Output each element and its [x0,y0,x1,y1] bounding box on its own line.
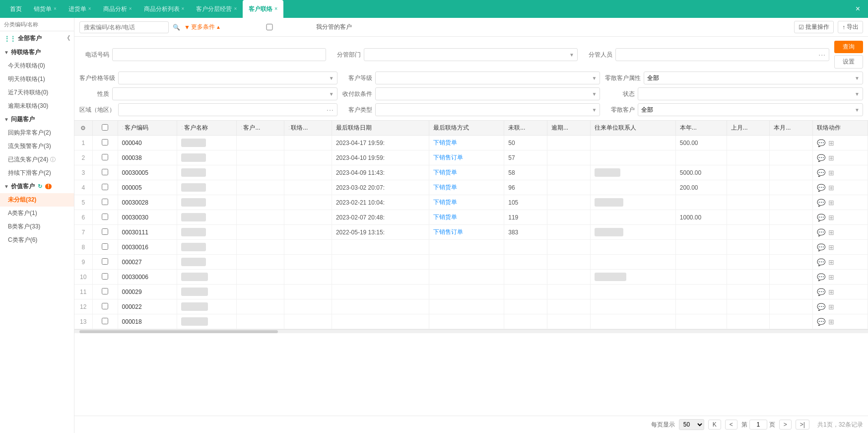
chat-icon[interactable]: 💬 [817,184,825,192]
grid-icon[interactable]: ⊞ [828,228,834,236]
row-checkbox[interactable] [102,154,108,160]
th-no-contact[interactable]: 未联... [504,121,547,136]
sidebar-item-today-pending[interactable]: 今天待联络(0) [0,59,74,72]
phone-input[interactable] [112,48,326,61]
chat-icon[interactable]: 💬 [817,228,825,236]
grid-icon[interactable]: ⊞ [828,199,834,207]
chat-icon[interactable]: 💬 [817,303,825,311]
th-name[interactable]: :客户名称 [177,121,237,136]
sidebar-search-input[interactable] [4,21,72,27]
tab-goods-analysis[interactable]: 商品分析 × [97,0,138,18]
tab-sales[interactable]: 销货单 × [28,0,63,18]
last-method-link[interactable]: 下销货单 [433,139,457,146]
customer-level-input[interactable]: ▼ [375,72,601,84]
sidebar-item-overdue-pending[interactable]: 逾期未联络(30) [0,99,74,113]
last-method-link[interactable]: 下销货单 [433,184,457,191]
chat-icon[interactable]: 💬 [817,288,825,296]
th-type[interactable]: :客户... [237,121,284,136]
row-checkbox[interactable] [102,273,108,280]
score-section-header[interactable]: ▼ 价值客户 ↻ ! [0,180,74,193]
query-button[interactable]: 查询 [834,41,863,53]
export-button[interactable]: ↑ 导出 [838,21,863,33]
settings-icon[interactable]: ⚙ [80,125,86,132]
payment-input[interactable]: ▼ [375,87,601,100]
grid-icon[interactable]: ⊞ [828,154,834,162]
grid-icon[interactable]: ⊞ [828,273,834,281]
sidebar-item-class-c[interactable]: C类客户(6) [0,233,74,247]
sidebar-collapse-icon[interactable]: 《 [64,34,70,43]
last-page-button[interactable]: >| [796,420,809,430]
close-sales-icon[interactable]: × [54,0,57,18]
my-customers-checkbox[interactable]: 我分管的客户 [225,23,352,31]
pending-section-header[interactable]: ▼ 待联络客户 [0,46,74,59]
th-contact[interactable]: :联络... [284,121,332,136]
last-method-link[interactable]: 下销货单 [433,199,457,206]
close-purchase-icon[interactable]: × [88,0,91,18]
reset-button[interactable]: 设置 [834,55,863,69]
search-input[interactable] [79,21,169,33]
th-this-year[interactable]: 本年... [675,121,727,136]
last-method-link[interactable]: 下销货单 [433,214,457,220]
nature-input[interactable]: ▼ [112,87,337,100]
th-last-month[interactable]: 上月... [727,121,770,136]
search-icon[interactable]: 🔍 [173,24,180,31]
sidebar-item-churned[interactable]: 已流失客户(24) ⓘ [0,153,74,166]
tab-customer-contact[interactable]: 客户联络 × [243,0,283,18]
staff-input[interactable]: ··· [615,48,829,61]
last-method-link[interactable]: 下销货单 [433,169,457,176]
tab-goods-analysis-list[interactable]: 商品分析列表 × [138,0,191,18]
sidebar-item-class-a[interactable]: A类客户(1) [0,207,74,220]
status-input[interactable]: ▼ [638,87,863,100]
row-checkbox[interactable] [102,243,108,250]
scrollbar-thumb[interactable] [79,330,278,333]
grid-icon[interactable]: ⊞ [828,303,834,311]
region-input[interactable]: ··· [118,103,337,116]
sidebar-item-7day-pending[interactable]: 近7天待联络(0) [0,86,74,99]
row-checkbox[interactable] [102,303,108,309]
row-checkbox[interactable] [102,169,108,175]
row-checkbox[interactable] [102,318,108,324]
row-checkbox[interactable] [102,258,108,265]
grid-icon[interactable]: ⊞ [828,214,834,221]
price-level-input[interactable]: ▼ [118,72,337,84]
th-last-contact-date[interactable]: 最后联络日期 [332,121,429,136]
chat-icon[interactable]: 💬 [817,214,825,221]
grid-icon[interactable]: ⊞ [828,258,834,266]
select-all-checkbox[interactable] [102,124,108,131]
chat-icon[interactable]: 💬 [817,273,825,281]
chat-icon[interactable]: 💬 [817,139,825,147]
window-close-button[interactable]: × [852,4,864,13]
row-checkbox[interactable] [102,184,108,190]
sidebar-item-repurchase-abnormal[interactable]: 回购异常客户(2) [0,126,74,140]
last-method-link[interactable]: 下销售订单 [433,154,463,161]
chat-icon[interactable]: 💬 [817,199,825,207]
grid-icon[interactable]: ⊞ [828,139,834,147]
th-this-month[interactable]: 本月... [770,121,813,136]
chat-icon[interactable]: 💬 [817,318,825,326]
row-checkbox[interactable] [102,214,108,220]
grid-icon[interactable]: ⊞ [828,169,834,177]
tab-purchase[interactable]: 进货单 × [63,0,97,18]
sidebar-item-class-b[interactable]: B类客户(33) [0,220,74,233]
sidebar-item-ungrouped[interactable]: 未分组(32) [0,193,74,207]
page-size-select[interactable]: 20 50 100 [679,419,704,430]
horizontal-scrollbar[interactable] [74,329,868,333]
th-overdue[interactable]: 逾期... [547,121,591,136]
retail-customer-input[interactable]: 全部 ▼ [638,103,863,116]
grid-icon[interactable]: ⊞ [828,184,834,192]
batch-operation-button[interactable]: ☑ 批量操作 [794,21,834,33]
row-checkbox[interactable] [102,288,108,294]
chat-icon[interactable]: 💬 [817,258,825,266]
chat-icon[interactable]: 💬 [817,243,825,251]
prev-page-button[interactable]: < [725,420,737,430]
problem-section-header[interactable]: ▼ 问题客户 [0,113,74,126]
th-unit-contact[interactable]: 往来单位联系人 [590,121,675,136]
grid-icon[interactable]: ⊞ [828,318,834,326]
close-customer-contact-icon[interactable]: × [274,0,277,18]
close-customer-tier-icon[interactable]: × [234,0,237,18]
all-customers-header[interactable]: ⋮⋮ 全部客户 《 [0,31,74,46]
th-code[interactable]: :客户编码 [118,121,177,136]
chat-icon[interactable]: 💬 [817,154,825,162]
th-settings[interactable]: ⚙ [74,121,92,136]
retail-attr-input[interactable]: 全部 ▼ [644,72,863,84]
